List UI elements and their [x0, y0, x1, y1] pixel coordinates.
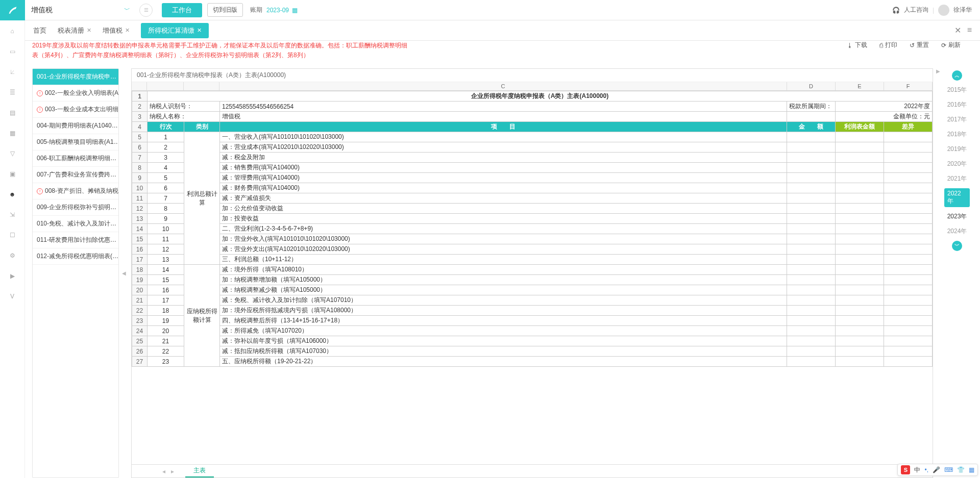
cell-diff[interactable] — [884, 173, 933, 183]
cell-amount[interactable] — [787, 295, 836, 306]
app-logo[interactable] — [0, 0, 25, 20]
cell-plamount[interactable] — [836, 255, 884, 265]
sheet-nav-arrows[interactable]: ◂ ▸ — [162, 468, 176, 475]
cell-plamount[interactable] — [836, 346, 884, 357]
cell-amount[interactable] — [787, 173, 836, 183]
cell-diff[interactable] — [884, 244, 933, 255]
form-list-item[interactable]: !008-资产折旧、摊销及纳税… — [33, 183, 118, 199]
close-icon[interactable]: ✕ — [197, 27, 202, 34]
cell-plamount[interactable] — [836, 163, 884, 173]
year-option[interactable]: 2020年 — [945, 159, 969, 169]
ime-tool-icon[interactable]: ▦ — [969, 466, 974, 473]
face-icon[interactable]: ☻ — [8, 190, 17, 199]
cell-diff[interactable] — [884, 224, 933, 234]
cell-diff[interactable] — [884, 316, 933, 326]
cell-amount[interactable] — [787, 132, 836, 142]
cell-amount[interactable] — [787, 224, 836, 234]
cell-plamount[interactable] — [836, 183, 884, 193]
avatar[interactable] — [938, 5, 949, 16]
form-list-item[interactable]: 012-减免所得税优惠明细表(… — [33, 248, 118, 265]
cell-amount[interactable] — [787, 255, 836, 265]
ime-mic-icon[interactable]: 🎤 — [933, 466, 940, 473]
cell-diff[interactable] — [884, 265, 933, 275]
cell-diff[interactable] — [884, 306, 933, 316]
form-list-item[interactable]: 001-企业所得税年度纳税申… — [33, 69, 118, 85]
cell-amount[interactable] — [787, 316, 836, 326]
cell-plamount[interactable] — [836, 204, 884, 214]
clipboard-icon[interactable]: ▤ — [8, 108, 17, 117]
v-icon[interactable]: V — [8, 292, 17, 301]
tab-增值税[interactable]: 增值税✕ — [103, 26, 130, 35]
year-option[interactable]: 2024年 — [945, 226, 969, 237]
cell-plamount[interactable] — [836, 132, 884, 142]
reset-button[interactable]: ↺ 重置 — [910, 41, 929, 49]
cell-plamount[interactable] — [836, 173, 884, 183]
cell-diff[interactable] — [884, 153, 933, 163]
scroll-up-icon[interactable]: ︽ — [952, 70, 962, 81]
year-option[interactable]: 2019年 — [945, 144, 969, 155]
calc-icon[interactable]: ▦ — [8, 129, 17, 138]
gear-icon[interactable]: ⚙ — [8, 251, 17, 260]
cell-plamount[interactable] — [836, 142, 884, 153]
form-list-item[interactable]: 005-纳税调整项目明细表(A1… — [33, 134, 118, 150]
cell-diff[interactable] — [884, 214, 933, 224]
form-list-item[interactable]: !002-一般企业收入明细表(A1… — [33, 85, 118, 102]
form-list-item[interactable]: 010-免税、减计收入及加计… — [33, 216, 118, 232]
cell-diff[interactable] — [884, 234, 933, 244]
download-button[interactable]: ⭳ 下载 — [847, 41, 867, 49]
form-list-item[interactable]: 011-研发费用加计扣除优惠… — [33, 232, 118, 248]
cell-plamount[interactable] — [836, 357, 884, 367]
form-list-item[interactable]: 007-广告费和业务宣传费跨… — [33, 167, 118, 183]
home-icon[interactable]: ⌂ — [8, 27, 17, 36]
cell-diff[interactable] — [884, 346, 933, 357]
cell-plamount[interactable] — [836, 295, 884, 306]
doc-icon[interactable]: ▭ — [8, 47, 17, 56]
chart-icon[interactable]: ⟀ — [8, 67, 17, 77]
cell-amount[interactable] — [787, 326, 836, 336]
inbox-icon[interactable]: ☐ — [8, 231, 17, 240]
cell-amount[interactable] — [787, 275, 836, 285]
cell-amount[interactable] — [787, 346, 836, 357]
cell-plamount[interactable] — [836, 214, 884, 224]
year-option[interactable]: 2015年 — [945, 85, 969, 95]
cell-amount[interactable] — [787, 214, 836, 224]
cell-amount[interactable] — [787, 193, 836, 204]
cell-diff[interactable] — [884, 255, 933, 265]
cell-diff[interactable] — [884, 163, 933, 173]
cell-plamount[interactable] — [836, 153, 884, 163]
collapse-handle-icon[interactable]: ◀ — [122, 270, 128, 276]
ime-toolbar[interactable]: S 中 •, 🎤 ⌨ 👕 ▦ — [897, 464, 978, 476]
cell-amount[interactable] — [787, 306, 836, 316]
cell-amount[interactable] — [787, 336, 836, 346]
form-list-item[interactable]: !003-一般企业成本支出明细… — [33, 102, 118, 118]
cell-amount[interactable] — [787, 204, 836, 214]
cell-amount[interactable] — [787, 183, 836, 193]
cell-plamount[interactable] — [836, 326, 884, 336]
cell-diff[interactable] — [884, 183, 933, 193]
cell-diff[interactable] — [884, 204, 933, 214]
cell-amount[interactable] — [787, 357, 836, 367]
cell-amount[interactable] — [787, 163, 836, 173]
cell-plamount[interactable] — [836, 265, 884, 275]
cell-amount[interactable] — [787, 265, 836, 275]
cell-diff[interactable] — [884, 142, 933, 153]
year-option[interactable]: 2018年 — [945, 129, 969, 140]
tab-税表清册[interactable]: 税表清册✕ — [58, 26, 91, 35]
close-icon[interactable]: ✕ — [125, 27, 130, 34]
cell-diff[interactable] — [884, 285, 933, 295]
year-option[interactable]: 2016年 — [945, 99, 969, 110]
cell-amount[interactable] — [787, 234, 836, 244]
expand-handle-icon[interactable]: ▶ — [936, 68, 941, 74]
year-option[interactable]: 2023年 — [945, 211, 969, 222]
cell-amount[interactable] — [787, 285, 836, 295]
cell-plamount[interactable] — [836, 193, 884, 204]
form-list-item[interactable]: 009-企业所得税弥补亏损明… — [33, 199, 118, 216]
cell-diff[interactable] — [884, 193, 933, 204]
tab-首页[interactable]: 首页 — [33, 26, 46, 35]
cell-plamount[interactable] — [836, 234, 884, 244]
cell-amount[interactable] — [787, 153, 836, 163]
export-icon[interactable]: ⇲ — [8, 210, 17, 219]
year-option[interactable]: 2021年 — [945, 173, 969, 184]
cell-diff[interactable] — [884, 295, 933, 306]
cell-plamount[interactable] — [836, 285, 884, 295]
